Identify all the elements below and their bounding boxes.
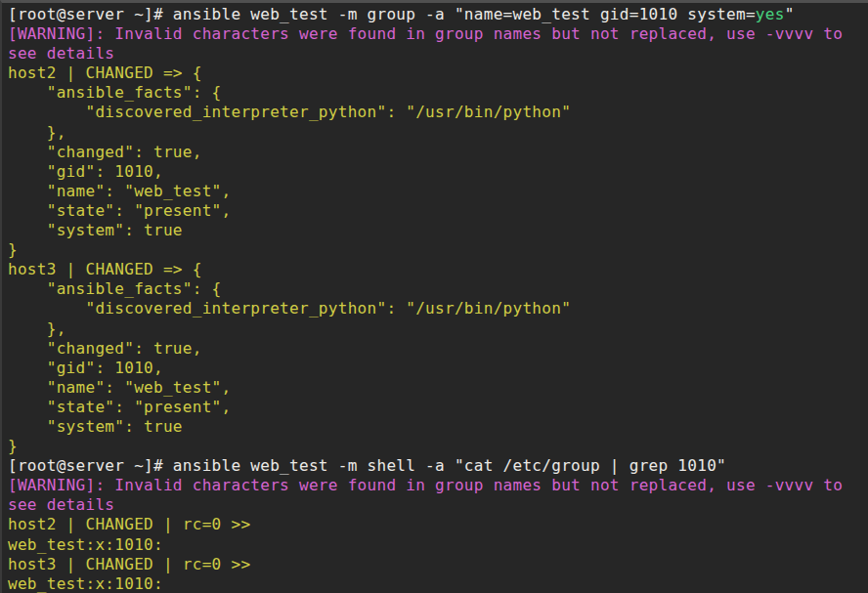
- terminal-line: "gid": 1010,: [8, 162, 868, 182]
- terminal-text-span: [WARNING]: Invalid characters were found…: [8, 476, 843, 494]
- terminal-line: "changed": true,: [8, 143, 868, 162]
- terminal-window[interactable]: [root@server ~]# ansible web_test -m gro…: [0, 0, 868, 593]
- terminal-line: }: [8, 437, 868, 456]
- terminal-text-span: see details: [8, 44, 114, 63]
- terminal-text-span: "gid": 1010,: [8, 162, 163, 181]
- terminal-text-span: "discovered_interpreter_python": "/usr/b…: [8, 299, 571, 318]
- terminal-text-span: [root@server ~]# ansible web_test -m she…: [8, 456, 726, 475]
- terminal-output: [root@server ~]# ansible web_test -m gro…: [8, 5, 868, 593]
- terminal-text-span: "state": "present",: [8, 398, 231, 416]
- terminal-line: web_test:x:1010:: [8, 535, 868, 555]
- terminal-line: "discovered_interpreter_python": "/usr/b…: [8, 103, 868, 122]
- terminal-text-span: "system": true: [8, 221, 183, 239]
- terminal-line: "state": "present",: [8, 398, 868, 417]
- terminal-line: host3 | CHANGED | rc=0 >>: [8, 555, 868, 574]
- terminal-text-span: }: [8, 437, 18, 455]
- terminal-line: }: [8, 240, 868, 260]
- terminal-line: [root@server ~]# ansible web_test -m she…: [8, 456, 868, 476]
- terminal-line: "gid": 1010,: [8, 359, 868, 378]
- terminal-line: "ansible_facts": {: [8, 83, 868, 103]
- terminal-line: see details: [8, 44, 868, 64]
- terminal-line: host2 | CHANGED | rc=0 >>: [8, 515, 868, 534]
- terminal-text-span: }: [8, 240, 18, 259]
- terminal-text-span: "changed": true,: [8, 339, 202, 358]
- terminal-text-span: "changed": true,: [8, 143, 202, 161]
- terminal-text-span: "gid": 1010,: [8, 359, 163, 377]
- terminal-line: "name": "web_test",: [8, 378, 868, 398]
- terminal-line: },: [8, 319, 868, 339]
- terminal-line: "discovered_interpreter_python": "/usr/b…: [8, 299, 868, 318]
- terminal-text-span: [root@server ~]# ansible web_test -m gro…: [8, 5, 756, 23]
- terminal-line: "name": "web_test",: [8, 182, 868, 201]
- terminal-text-span: host3 | CHANGED => {: [8, 260, 202, 278]
- terminal-line: host3 | CHANGED => {: [8, 260, 868, 279]
- terminal-text-span: web_test:x:1010:: [8, 535, 163, 554]
- terminal-text-span: ": [785, 5, 795, 23]
- terminal-text-span: yes: [756, 5, 785, 23]
- terminal-text-span: host3 | CHANGED | rc=0 >>: [8, 555, 250, 573]
- terminal-line: "ansible_facts": {: [8, 279, 868, 299]
- terminal-text-span: [WARNING]: Invalid characters were found…: [8, 24, 843, 43]
- terminal-line: [WARNING]: Invalid characters were found…: [8, 476, 868, 495]
- terminal-line: see details: [8, 495, 868, 515]
- terminal-text-span: web_test:x:1010:: [8, 574, 163, 593]
- terminal-text-span: "name": "web_test",: [8, 182, 231, 200]
- terminal-text-span: "ansible_facts": {: [8, 279, 222, 298]
- terminal-line: "changed": true,: [8, 339, 868, 359]
- terminal-text-span: host2 | CHANGED | rc=0 >>: [8, 515, 250, 533]
- terminal-text-span: },: [8, 123, 66, 142]
- terminal-line: web_test:x:1010:: [8, 574, 868, 593]
- terminal-line: host2 | CHANGED => {: [8, 64, 868, 83]
- terminal-text-span: "state": "present",: [8, 201, 231, 220]
- terminal-text-span: "discovered_interpreter_python": "/usr/b…: [8, 103, 571, 121]
- terminal-line: [WARNING]: Invalid characters were found…: [8, 24, 868, 44]
- terminal-text-span: "name": "web_test",: [8, 378, 231, 397]
- terminal-line: "system": true: [8, 221, 868, 240]
- terminal-line: [root@server ~]# ansible web_test -m gro…: [8, 5, 868, 24]
- terminal-text-span: host2 | CHANGED => {: [8, 64, 202, 82]
- terminal-line: },: [8, 123, 868, 143]
- terminal-text-span: "ansible_facts": {: [8, 83, 222, 102]
- terminal-line: "system": true: [8, 417, 868, 437]
- terminal-line: "state": "present",: [8, 201, 868, 221]
- terminal-text-span: },: [8, 319, 66, 338]
- terminal-text-span: see details: [8, 495, 114, 514]
- terminal-text-span: "system": true: [8, 417, 183, 436]
